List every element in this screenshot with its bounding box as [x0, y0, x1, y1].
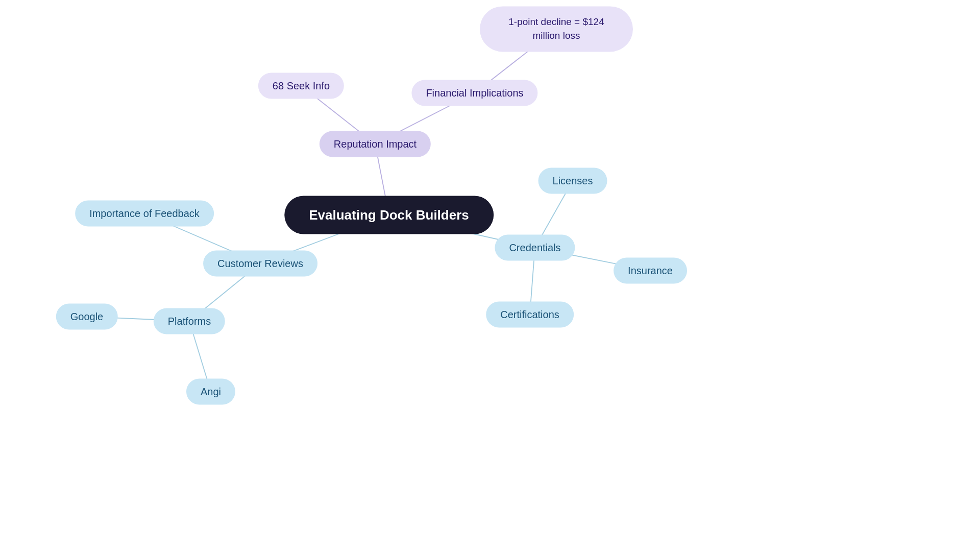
certifications-node: Certifications	[486, 302, 574, 328]
financial-stat-node: 1-point decline = $124 million loss	[480, 6, 633, 52]
center-node: Evaluating Dock Builders	[284, 196, 494, 234]
insurance-node: Insurance	[614, 258, 687, 284]
importance-feedback-node: Importance of Feedback	[75, 201, 214, 227]
financial-implications-node: Financial Implications	[411, 80, 537, 106]
reputation-impact-node: Reputation Impact	[320, 131, 431, 157]
platforms-node: Platforms	[154, 308, 225, 334]
licenses-node: Licenses	[538, 168, 607, 194]
google-node: Google	[56, 304, 118, 330]
credentials-node: Credentials	[495, 235, 575, 261]
angi-node: Angi	[186, 379, 235, 405]
seek68-node: 68 Seek Info	[258, 73, 344, 99]
customer-reviews-node: Customer Reviews	[203, 251, 317, 277]
